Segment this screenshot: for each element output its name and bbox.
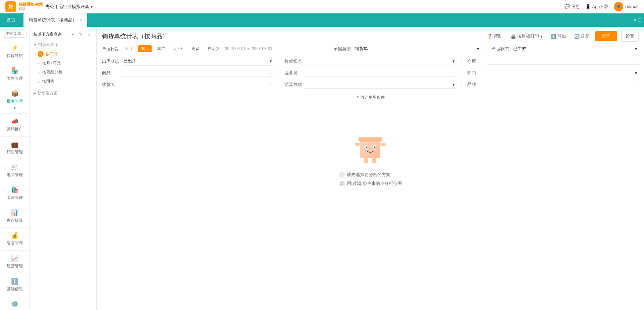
out-status-label: 出库状态 [102, 58, 122, 64]
message-button[interactable]: 💬 消息 [565, 4, 580, 10]
list-icon-2: ≡ [38, 70, 40, 74]
receiver-more-icon: ··· [269, 83, 272, 87]
sidebar-item-marketing[interactable]: 📣 营销推广 [0, 114, 29, 137]
doc-type-chevron-icon [477, 46, 479, 51]
tabbar: 首页 销货单统计表（按商品） × × □ [0, 13, 644, 27]
plan-by-product[interactable]: 按 按商品 [34, 49, 96, 59]
receiver-input[interactable]: ··· [122, 81, 273, 88]
app-dropdown[interactable]: 办公用品行业模拟账套 [46, 4, 93, 10]
date-custom-btn[interactable]: 自定义 [205, 45, 222, 52]
query-button[interactable]: 查询 [595, 31, 617, 41]
edit-plan-button[interactable]: ✎ [77, 31, 84, 38]
sidebar-item-wholesale[interactable]: 📦 批发管理 ▲ [0, 86, 29, 114]
tab-active[interactable]: 销货单统计表（按商品） × [23, 13, 87, 27]
print-dropdown-icon [540, 34, 543, 39]
add-plan-button[interactable]: + [69, 31, 76, 38]
print-button[interactable]: 🖨️ 按模板打印 [508, 32, 545, 41]
plan-by-month-product[interactable]: ≡ 按月+商品 [34, 59, 96, 68]
empty-tips: 1 请先选择要分析的方案 2 用[过滤]条件来缩小分析范围 [339, 172, 401, 187]
date-last-month-btn[interactable]: 上月 [122, 45, 136, 52]
user-area[interactable]: 👤 demo2 [614, 2, 639, 11]
empty-state: ✦ ✦ 1 请先选择要分析的方案 2 用[过滤]条件来缩小分析范围 [97, 106, 644, 207]
user-name: demo2 [625, 4, 639, 9]
svg-rect-6 [355, 143, 360, 146]
chevron-right-tree-icon: ▶ [34, 91, 36, 95]
sidebar-item-retail[interactable]: 🏪 零售管理 [0, 63, 29, 86]
sidebar-item-sales[interactable]: 💼 销售管理 [0, 137, 29, 159]
window-close-icon[interactable]: × [634, 17, 637, 23]
plan-by-driver[interactable]: ≡ 按司机 [34, 77, 96, 86]
date-this-year-btn[interactable]: 本年 [154, 45, 168, 52]
sidebar-item-quick-nav[interactable]: ⚡ 快捷导航 [0, 40, 29, 63]
sidebar-item-ecommerce[interactable]: 🛒 电商管理 [0, 159, 29, 182]
right-main: 销货单统计表（按商品） ❓ 帮助 🖨️ 按模板打印 ⬇️ [97, 27, 644, 310]
setting-button[interactable]: 设置 [621, 31, 639, 42]
help-icon: ❓ [487, 34, 492, 39]
left-panel-title: 按以下方案查询 [34, 32, 62, 37]
tab-close-icon[interactable]: × [79, 18, 82, 22]
date-this-month-btn[interactable]: 本月 [138, 45, 152, 52]
logo-icon: 好 [5, 1, 16, 12]
filter-row-3: 商品 ··· 业务员 ··· [102, 69, 639, 77]
collapse-bar[interactable]: ∧ 收起更多条件 [102, 92, 639, 103]
collapse-icon: ∧ [356, 95, 359, 100]
date-more-btn[interactable]: 更多 [189, 45, 202, 52]
out-status-chevron-icon [270, 59, 272, 64]
doc-status-select[interactable]: 已生效 [512, 44, 639, 53]
app-subtitle: 标版 [19, 7, 43, 11]
department-chevron-icon [635, 70, 637, 75]
warehouse-select[interactable]: ··· [487, 58, 639, 65]
separator-4 [462, 59, 462, 64]
filter-warehouse: 仓库 ··· [467, 58, 639, 65]
product-more-icon: ··· [269, 71, 272, 75]
avatar: 👤 [614, 2, 623, 11]
filter-payment: 结算方式 [284, 81, 456, 89]
doc-type-select[interactable]: 销货单 [354, 44, 480, 53]
plan-by-category[interactable]: ≡ 按商品分类 [34, 68, 96, 77]
tab-home[interactable]: 首页 [0, 13, 22, 27]
list-icon-1: ≡ [38, 61, 40, 65]
sidebar-item-finance[interactable]: 💰 资金管理 [0, 228, 29, 251]
salesperson-input[interactable]: ··· [305, 70, 456, 77]
separator-5 [279, 71, 279, 75]
print-icon: 🖨️ [511, 34, 516, 39]
filter-product: 商品 ··· [102, 70, 273, 77]
tip-num-2: 2 [339, 180, 345, 187]
refresh-button[interactable]: 🔄 刷新 [572, 32, 592, 41]
collapse-panel-button[interactable]: « [86, 31, 92, 38]
empty-illustration: ✦ ✦ [350, 126, 390, 166]
active-dot-icon: 按 [38, 51, 44, 57]
out-status-select[interactable]: 已出库 [122, 57, 273, 66]
sidebar-item-operations[interactable]: 📈 经营管理 [0, 251, 29, 273]
window-max-icon[interactable]: □ [638, 17, 641, 23]
date-last7-btn[interactable]: 近7天 [170, 45, 186, 52]
collect-status-select[interactable] [305, 57, 456, 65]
purchase-icon: 🛍️ [11, 186, 18, 194]
department-select[interactable] [487, 69, 639, 77]
payment-select[interactable] [305, 81, 456, 89]
page-actions: ❓ 帮助 🖨️ 按模板打印 ⬇️ 导出 🔄 [484, 31, 639, 42]
svg-text:✦: ✦ [380, 136, 383, 140]
date-label: 单据日期 [102, 46, 122, 52]
help-button[interactable]: ❓ 帮助 [484, 32, 505, 41]
chevron-up-icon: ▲ [13, 106, 16, 109]
svg-rect-9 [372, 158, 376, 163]
ecommerce-icon: 🛒 [11, 163, 18, 171]
brand-input[interactable]: ··· [487, 81, 639, 88]
sidebar-item-system[interactable]: ⚙️ 系统管理 [0, 296, 29, 310]
export-button[interactable]: ⬇️ 导出 [548, 32, 569, 41]
inventory-icon: 📊 [11, 209, 18, 216]
search-input[interactable] [3, 30, 26, 38]
sidebar-item-purchase[interactable]: 🛍️ 采购管理 [0, 182, 29, 205]
separator-3 [279, 59, 279, 64]
sidebar-item-inventory[interactable]: 📊 库存核算 [0, 205, 29, 228]
download-icon: 📱 [585, 4, 591, 9]
marketing-icon: 📣 [11, 118, 18, 125]
sidebar-item-basic[interactable]: ℹ️ 基础信息 [0, 273, 29, 296]
svg-rect-0 [360, 140, 380, 158]
collect-status-chevron-icon [452, 59, 455, 64]
product-input[interactable]: ··· [122, 70, 273, 77]
app-download-button[interactable]: 📱 App下载 [585, 4, 608, 10]
pc-group-header: ▼ 电脑端方案 [30, 40, 96, 49]
collect-status-label: 收款状态 [284, 58, 305, 64]
